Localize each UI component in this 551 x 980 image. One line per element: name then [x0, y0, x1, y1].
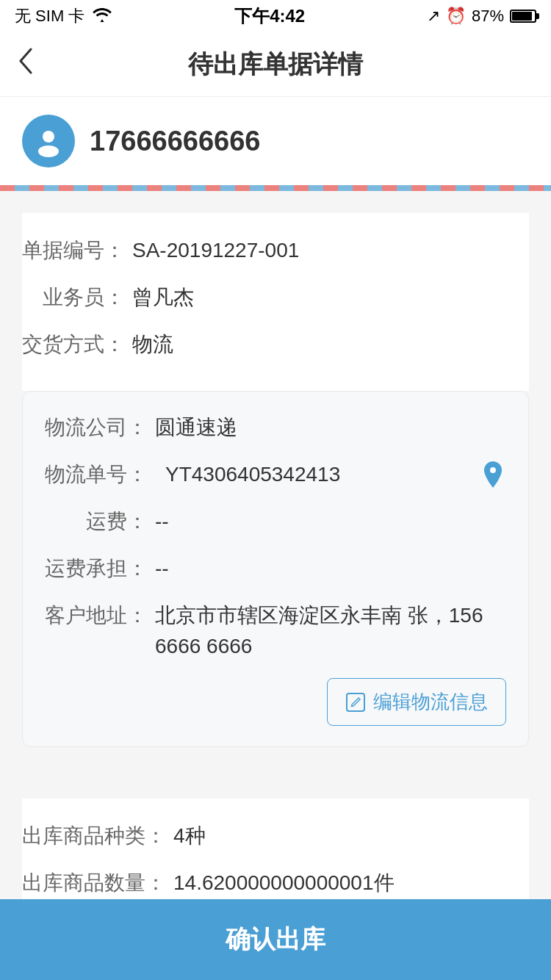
goods-quantity-label: 出库商品数量：: [22, 868, 166, 898]
svg-point-2: [490, 467, 496, 473]
wifi-icon: [92, 6, 112, 26]
confirm-button[interactable]: 确认出库: [0, 899, 551, 980]
basic-info-section: 单据编号： SA-20191227-001 业务员： 曾凡杰 交货方式： 物流: [22, 213, 529, 391]
status-left: 无 SIM 卡: [15, 5, 112, 27]
edit-icon: [345, 692, 366, 713]
decorative-divider: [0, 185, 551, 191]
salesperson-label: 业务员：: [22, 282, 125, 313]
delivery-row: 交货方式： 物流: [22, 329, 529, 360]
delivery-label: 交货方式：: [22, 329, 125, 360]
tracking-label: 物流单号：: [45, 459, 148, 490]
edit-button-container: 编辑物流信息: [45, 678, 506, 726]
battery-percent: 87%: [472, 7, 504, 26]
document-row: 单据编号： SA-20191227-001: [22, 235, 529, 266]
freight-bear-value: --: [155, 553, 506, 584]
section-gap: [0, 762, 551, 777]
user-header: 17666666666: [0, 97, 551, 185]
goods-quantity-row: 出库商品数量： 14.620000000000001件: [22, 868, 529, 898]
edit-logistics-button[interactable]: 编辑物流信息: [327, 678, 506, 726]
svg-point-1: [38, 145, 59, 157]
svg-point-0: [43, 131, 54, 143]
status-right: ↗ ⏰ 87%: [427, 7, 536, 26]
carrier-label: 无 SIM 卡: [15, 5, 84, 27]
goods-type-label: 出库商品种类：: [22, 821, 166, 851]
edit-logistics-label: 编辑物流信息: [373, 689, 488, 715]
freight-bear-label: 运费承担：: [45, 553, 148, 584]
freight-label: 运费：: [45, 506, 148, 537]
battery-icon: [510, 10, 536, 23]
salesperson-value: 曾凡杰: [132, 282, 529, 313]
goods-type-row: 出库商品种类： 4种: [22, 821, 529, 851]
confirm-button-label: 确认出库: [226, 923, 325, 956]
freight-row: 运费： --: [45, 506, 506, 537]
tracking-row: 物流单号： YT4306405342413: [45, 459, 506, 490]
user-phone: 17666666666: [90, 126, 260, 157]
location-pin-icon[interactable]: [480, 461, 506, 488]
back-button[interactable]: [18, 48, 34, 81]
document-label: 单据编号：: [22, 235, 125, 266]
logistics-company-label: 物流公司：: [45, 412, 148, 443]
freight-bear-row: 运费承担： --: [45, 553, 506, 584]
delivery-value: 物流: [132, 329, 529, 360]
avatar-icon: [32, 125, 65, 157]
tracking-value: YT4306405342413: [165, 459, 469, 490]
freight-value: --: [155, 506, 506, 537]
salesperson-row: 业务员： 曾凡杰: [22, 282, 529, 313]
nav-bar: 待出库单据详情: [0, 32, 551, 97]
address-label: 客户地址：: [45, 600, 148, 631]
goods-quantity-value: 14.620000000000001件: [173, 868, 529, 898]
logistics-company-row: 物流公司： 圆通速递: [45, 412, 506, 443]
avatar: [22, 115, 75, 167]
alarm-icon: ⏰: [446, 7, 466, 26]
goods-type-value: 4种: [173, 821, 529, 851]
content-area: 单据编号： SA-20191227-001 业务员： 曾凡杰 交货方式： 物流 …: [0, 191, 551, 747]
address-value: 北京市市辖区海淀区永丰南 张，156 6666 6666: [155, 600, 506, 662]
status-bar: 无 SIM 卡 下午4:42 ↗ ⏰ 87%: [0, 0, 551, 32]
logistics-company-value: 圆通速递: [155, 412, 506, 443]
address-row: 客户地址： 北京市市辖区海淀区永丰南 张，156 6666 6666: [45, 600, 506, 662]
status-time: 下午4:42: [234, 4, 305, 28]
location-icon: ↗: [427, 7, 440, 26]
document-value: SA-20191227-001: [132, 235, 529, 266]
page-title: 待出库单据详情: [188, 48, 363, 82]
svg-rect-3: [347, 693, 364, 711]
logistics-card: 物流公司： 圆通速递 物流单号： YT4306405342413 运费： -- …: [22, 391, 529, 747]
